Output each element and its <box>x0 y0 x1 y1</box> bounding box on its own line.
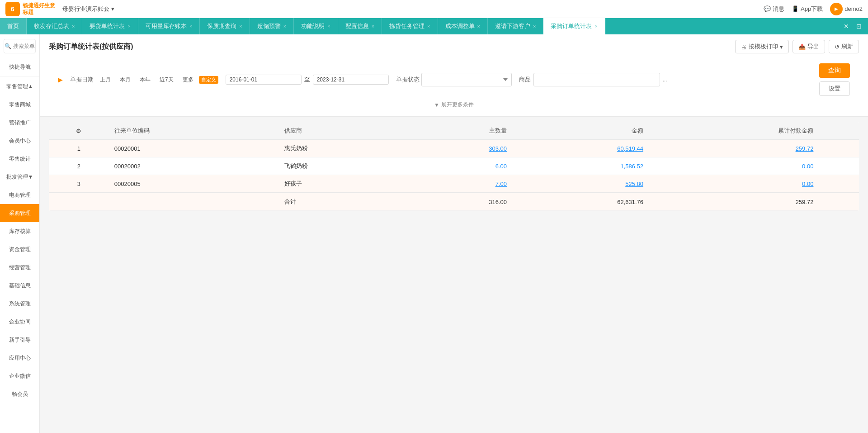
sidebar-item-nav-label: 快捷导航 <box>9 63 31 71</box>
tab-collect-pay-close[interactable]: × <box>72 24 75 29</box>
row-paid-link[interactable]: 0.00 <box>802 163 813 170</box>
sidebar-item-basics[interactable]: 基础信息 <box>0 276 39 295</box>
sidebar: 🔍 搜索菜单 快捷导航 零售管理 ▲ 零售商城 营销推广 会员中心 零售统计 <box>0 34 40 433</box>
sidebar-item-finance-label: 资金管理 <box>9 246 31 253</box>
tab-pick-task-close[interactable]: × <box>427 24 430 29</box>
workspace-chevron: ▾ <box>111 5 114 12</box>
tab-purchase-summary-label: 采购订单统计表 <box>551 22 592 30</box>
sidebar-item-wholesale[interactable]: 批发管理 ▼ <box>0 168 39 186</box>
row-quantity: 6.00 <box>406 157 512 175</box>
print-icon: 🖨 <box>741 43 747 50</box>
chevron-down-icon: ▲ <box>28 83 33 90</box>
sidebar-item-newbie[interactable]: 新手引导 <box>0 331 39 349</box>
sidebar-item-operation[interactable]: 经营管理 <box>0 258 39 276</box>
query-btn[interactable]: 查询 <box>819 63 850 78</box>
tab-overstock-warning[interactable]: 超储预警 × <box>250 18 294 34</box>
filter-expand-arrow[interactable]: ▶ <box>58 76 63 83</box>
sidebar-item-ecommerce[interactable]: 电商管理 <box>0 186 39 204</box>
tab-overstock-warning-close[interactable]: × <box>283 24 286 29</box>
tab-purchase-summary[interactable]: 采购订单统计表 × <box>543 18 605 34</box>
export-icon: 📤 <box>798 43 806 50</box>
sidebar-item-inventory[interactable]: 库存核算 <box>0 222 39 240</box>
filter-date-range: 至 <box>226 75 389 85</box>
sidebar-item-system[interactable]: 系统管理 <box>0 295 39 313</box>
row-amount: 60,519.44 <box>512 140 649 157</box>
expand-more-btn[interactable]: ▼ 展开更多条件 <box>434 101 474 109</box>
sidebar-item-system-label: 系统管理 <box>9 300 31 308</box>
sidebar-item-retail-stats[interactable]: 零售统计 <box>0 150 39 168</box>
logo-icon: 6 <box>5 2 20 16</box>
tab-shelf-life[interactable]: 保质期查询 × <box>200 18 250 34</box>
tab-config-info-close[interactable]: × <box>372 24 374 29</box>
more-conditions-btn[interactable]: ... <box>663 76 667 83</box>
message-label: 消息 <box>773 5 784 13</box>
export-btn[interactable]: 📤 导出 <box>793 40 825 53</box>
workspace-selector[interactable]: 母婴行业演示账套 ▾ <box>59 3 118 15</box>
date-shortcut-last-month[interactable]: 上月 <box>96 75 114 85</box>
date-from-input[interactable] <box>226 75 302 85</box>
row-quantity-link[interactable]: 6.00 <box>495 163 507 170</box>
tab-shelf-life-close[interactable]: × <box>239 24 242 29</box>
footer-empty-1 <box>49 193 109 211</box>
tab-pick-task[interactable]: 拣货任务管理 × <box>382 18 438 34</box>
col-supplier: 供应商 <box>279 122 406 140</box>
tab-order-summary-close[interactable]: × <box>127 24 130 29</box>
settings-btn[interactable]: 设置 <box>819 81 850 96</box>
date-shortcut-7days[interactable]: 近7天 <box>156 75 177 85</box>
status-select[interactable] <box>421 73 512 86</box>
sidebar-item-finance[interactable]: 资金管理 <box>0 240 39 258</box>
app-download-btn[interactable]: 📱 App下载 <box>792 5 823 13</box>
sidebar-item-app-center[interactable]: 应用中心 <box>0 349 39 367</box>
tab-cost-adjust-close[interactable]: × <box>477 24 480 29</box>
tab-order-summary[interactable]: 要货单统计表 × <box>82 18 138 34</box>
page-title: 采购订单统计表(按供应商) <box>49 42 133 52</box>
sidebar-item-retail-manage[interactable]: 零售管理 ▲ <box>0 77 39 95</box>
tab-cost-adjust[interactable]: 成本调整单 × <box>438 18 488 34</box>
settings-icon[interactable]: ⚙ <box>76 128 81 134</box>
refresh-btn[interactable]: ↺ 刷新 <box>829 40 859 53</box>
row-amount-link[interactable]: 1,586.52 <box>620 163 643 170</box>
row-amount-link[interactable]: 525.80 <box>625 181 643 187</box>
date-shortcut-this-month[interactable]: 本月 <box>116 75 134 85</box>
sidebar-item-enterprise-wechat[interactable]: 企业微信 <box>0 367 39 385</box>
expand-label: 展开更多条件 <box>441 101 474 109</box>
goods-input[interactable] <box>533 73 660 86</box>
row-quantity-link[interactable]: 7.00 <box>495 181 507 187</box>
sidebar-item-nav[interactable]: 快捷导航 <box>0 58 39 76</box>
sidebar-search-btn[interactable]: 🔍 搜索菜单 <box>4 39 36 53</box>
sidebar-item-marketing[interactable]: 营销推广 <box>0 114 39 132</box>
tab-invite-customer[interactable]: 邀请下游客户 × <box>488 18 543 34</box>
tab-inventory-account-close[interactable]: × <box>189 24 192 29</box>
sidebar-item-member-center[interactable]: 会员中心 <box>0 132 39 150</box>
tab-collect-pay-label: 收发存汇总表 <box>34 22 69 30</box>
row-quantity-link[interactable]: 303.00 <box>489 145 507 152</box>
tab-inventory-account[interactable]: 可用量库存账本 × <box>138 18 200 34</box>
row-paid-link[interactable]: 0.00 <box>802 181 813 187</box>
tab-purchase-summary-close[interactable]: × <box>594 24 597 29</box>
sidebar-item-retail-store-label: 零售商城 <box>9 101 31 109</box>
print-btn[interactable]: 🖨 按模板打印 ▾ <box>735 40 789 53</box>
tab-collect-pay[interactable]: 收发存汇总表 × <box>27 18 82 34</box>
row-paid-link[interactable]: 259.72 <box>796 145 814 152</box>
sidebar-item-purchase-label: 采购管理 <box>9 209 31 217</box>
tab-invite-customer-close[interactable]: × <box>533 24 536 29</box>
nav-expand-btn[interactable]: ⊡ <box>854 21 864 32</box>
sidebar-item-retail-store[interactable]: 零售商城 <box>0 95 39 114</box>
date-shortcut-this-year[interactable]: 本年 <box>136 75 154 85</box>
sidebar-item-cooperation[interactable]: 企业协同 <box>0 313 39 331</box>
date-to-input[interactable] <box>313 75 389 85</box>
tab-func-desc-close[interactable]: × <box>327 24 330 29</box>
user-menu[interactable]: ▶ demo2 <box>830 3 863 15</box>
date-shortcuts: 上月 本月 本年 近7天 更多 自定义 <box>96 75 218 85</box>
message-btn[interactable]: 💬 消息 <box>764 5 784 13</box>
row-amount-link[interactable]: 60,519.44 <box>617 145 643 152</box>
sidebar-item-member[interactable]: 畅会员 <box>0 385 39 403</box>
sidebar-item-purchase[interactable]: 采购管理 <box>0 204 39 222</box>
tab-config-info[interactable]: 配置信息 × <box>338 18 382 34</box>
nav-close-btn[interactable]: ✕ <box>841 21 852 32</box>
expand-chevron-icon: ▼ <box>434 102 439 108</box>
date-shortcut-more[interactable]: 更多 <box>179 75 197 85</box>
tab-func-desc[interactable]: 功能说明 × <box>294 18 338 34</box>
col-amount: 金额 <box>512 122 649 140</box>
tab-home[interactable]: 首页 <box>0 18 27 34</box>
